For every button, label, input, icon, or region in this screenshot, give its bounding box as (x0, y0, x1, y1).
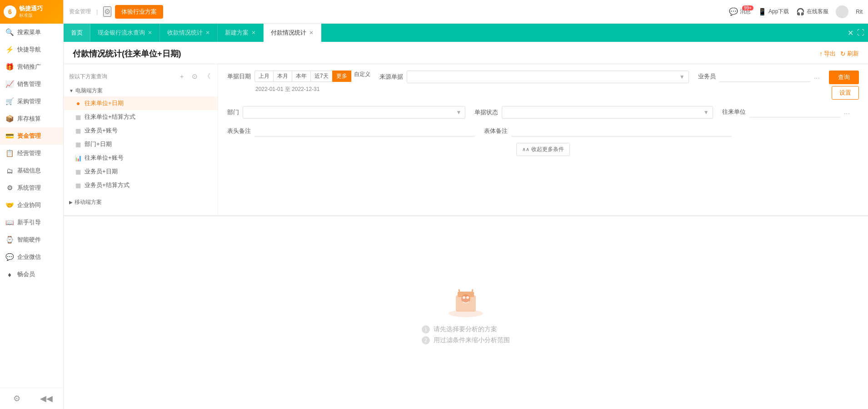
tab-payments[interactable]: 付款情况统计 ✕ (264, 24, 321, 42)
scheme-grid-icon-1: ▦ (75, 113, 82, 121)
topbar-settings-button[interactable]: ⚙ (103, 6, 111, 17)
sidebar-item-shortcuts[interactable]: ⚡ 快捷导航 (0, 41, 63, 58)
corp-icon: 🤝 (5, 201, 14, 209)
tab-home[interactable]: 首页 (64, 24, 90, 42)
query-button[interactable]: 查询 (829, 71, 859, 84)
header-note-input[interactable] (254, 125, 475, 136)
user-name[interactable]: Rit (856, 9, 863, 15)
sidebar-item-weixin[interactable]: 💬 企业微信 (0, 248, 63, 266)
message-badge: 99+ (742, 5, 753, 10)
collapse-sidebar-button[interactable]: 《 (202, 71, 212, 81)
sidebar-item-inventory[interactable]: 📦 库存核算 (0, 110, 63, 127)
this-year-button[interactable]: 本年 (292, 71, 311, 82)
chevron-right-icon: ▶ (69, 200, 73, 205)
search-icon: 🔍 (5, 28, 14, 36)
tab-bank[interactable]: 现金银行流水查询 ✕ (90, 24, 160, 42)
dept-field: 部门 ▼ (227, 106, 465, 119)
sidebar-item-basic[interactable]: 🗂 基础信息 (0, 162, 63, 179)
scheme-item-salesman-date[interactable]: ▦ 业务员+日期 (64, 165, 218, 178)
tab-payments-close-icon[interactable]: ✕ (309, 30, 314, 36)
last-month-button[interactable]: 上月 (254, 71, 274, 82)
chevron-up-icon: ∧∧ (522, 146, 529, 152)
dept-select[interactable]: ▼ (243, 106, 465, 119)
scheme-settings-button[interactable]: ⊙ (190, 71, 200, 81)
filter-row-2: 部门 ▼ 单据状态 ▼ 往来单位 (227, 106, 859, 119)
partner-input[interactable] (749, 106, 840, 117)
topbar-service-button[interactable]: 🎧 在线客服 (796, 8, 828, 16)
main-area: 资金管理 | ⚙ 体验行业方案 💬 消息 99+ 📱 App下载 🎧 在线客服 … (64, 0, 868, 409)
ops-icon: 📋 (5, 149, 14, 157)
sidebar-item-corp[interactable]: 🤝 企业协同 (0, 197, 63, 214)
sidebar-item-system[interactable]: ⚙ 系统管理 (0, 179, 63, 197)
last-7-days-button[interactable]: 近7天 (310, 71, 333, 82)
breadcrumb-text: 资金管理 (69, 8, 91, 15)
desktop-scheme-title[interactable]: ▼ 电脑端方案 (64, 85, 218, 96)
tab-bank-close-icon[interactable]: ✕ (148, 30, 152, 36)
source-select[interactable]: ▼ (407, 71, 689, 83)
sidebar-collapse-button[interactable]: ◀◀ (34, 392, 60, 405)
scheme-item-unit-date[interactable]: ● 往来单位+日期 (64, 96, 218, 110)
filter-actions: 查询 设置 (829, 71, 859, 100)
scheme-item-unit-account[interactable]: 📊 往来单位+账号 (64, 151, 218, 165)
partner-dots[interactable]: ... (844, 108, 850, 116)
more-date-button[interactable]: 更多 (332, 71, 351, 82)
sidebar: 6 畅捷通巧 标准版 🔍 搜索菜单 ⚡ 快捷导航 🎁 营销推广 📈 销售管理 🛒… (0, 0, 64, 409)
sidebar-item-member[interactable]: ♦ 畅会员 (0, 266, 63, 283)
sidebar-item-finance[interactable]: 💳 资金管理 (0, 127, 63, 145)
plus-icon: + (180, 73, 184, 80)
sidebar-item-marketing[interactable]: 🎁 营销推广 (0, 58, 63, 76)
breadcrumb: 资金管理 (69, 8, 91, 15)
sidebar-settings-button[interactable]: ⚙ (4, 392, 30, 405)
trial-button[interactable]: 体验行业方案 (115, 5, 163, 19)
empty-step-1: 1 请先选择要分析的方案 (422, 325, 497, 333)
status-label: 单据状态 (474, 108, 498, 116)
collapse-left-icon: 《 (204, 72, 210, 81)
sidebar-item-purchase[interactable]: 🛒 采购管理 (0, 93, 63, 110)
body-note-input[interactable] (511, 125, 732, 136)
sidebar-item-search[interactable]: 🔍 搜索菜单 (0, 24, 63, 41)
tab-receipts[interactable]: 收款情况统计 ✕ (160, 24, 218, 42)
filter-form: 单据日期 上月 本月 本年 近7天 更多 自定义 2022-01-01 至 20… (218, 64, 868, 215)
collapse-conditions-button[interactable]: ∧∧ 收起更多条件 (516, 143, 570, 156)
this-month-button[interactable]: 本月 (273, 71, 292, 82)
add-scheme-button[interactable]: + (177, 71, 187, 81)
avatar[interactable] (836, 5, 848, 18)
scheme-item-unit-settle[interactable]: ▦ 往来单位+结算方式 (64, 110, 218, 124)
filter-row-1: 单据日期 上月 本月 本年 近7天 更多 自定义 2022-01-01 至 20… (227, 71, 859, 100)
salesman-dots[interactable]: ... (814, 72, 820, 81)
scheme-item-salesman-account[interactable]: ▦ 业务员+账号 (64, 124, 218, 137)
guide-icon: 📖 (5, 218, 14, 227)
salesman-field: 业务员 ... (698, 71, 820, 82)
refresh-button[interactable]: ↻ 刷新 (840, 50, 859, 58)
sidebar-item-sales[interactable]: 📈 销售管理 (0, 76, 63, 93)
salesman-input[interactable] (719, 71, 810, 82)
app-icon: 📱 (758, 8, 767, 16)
scheme-item-salesman-settle[interactable]: ▦ 业务员+结算方式 (64, 178, 218, 192)
tab-new-scheme-close-icon[interactable]: ✕ (251, 30, 256, 36)
scheme-item-dept-date[interactable]: ▦ 部门+日期 (64, 137, 218, 151)
sidebar-nav: 🔍 搜索菜单 ⚡ 快捷导航 🎁 营销推广 📈 销售管理 🛒 采购管理 📦 库存核… (0, 24, 63, 388)
close-all-tabs-button[interactable]: ✕ (848, 29, 853, 37)
mobile-scheme-title[interactable]: ▶ 移动端方案 (64, 196, 218, 209)
tab-receipts-close-icon[interactable]: ✕ (205, 30, 210, 36)
sidebar-item-guide[interactable]: 📖 新手引导 (0, 214, 63, 231)
content-area: 付款情况统计(往来单位+日期) ↑ 导出 ↻ 刷新 按以下方案查询 (64, 42, 868, 409)
gift-icon: 🎁 (5, 63, 14, 71)
desktop-scheme-section: ▼ 电脑端方案 ● 往来单位+日期 ▦ 往来单位+结算方式 ▦ 业务员+账号 (64, 83, 218, 194)
source-select-arrow: ▼ (679, 74, 685, 80)
topbar-app-download-button[interactable]: 📱 App下载 (758, 8, 789, 16)
filter-row-3: 表头备注 表体备注 (227, 125, 859, 136)
status-select[interactable]: ▼ (502, 106, 713, 119)
sidebar-item-hardware[interactable]: ⌚ 智能硬件 (0, 231, 63, 248)
inventory-icon: 📦 (5, 115, 14, 123)
expand-window-button[interactable]: ⛶ (857, 29, 864, 37)
filter-settings-button[interactable]: 设置 (832, 86, 859, 100)
empty-step-2: 2 用过滤条件来缩小分析范围 (422, 336, 510, 344)
export-button[interactable]: ↑ 导出 (819, 50, 836, 58)
tab-new-scheme[interactable]: 新建方案 ✕ (218, 24, 264, 42)
scheme-grid-icon-6: ▦ (75, 182, 82, 189)
sidebar-item-ops[interactable]: 📋 经营管理 (0, 145, 63, 162)
weixin-icon: 💬 (5, 253, 14, 261)
svg-point-5 (466, 296, 469, 299)
topbar-message-button[interactable]: 💬 消息 99+ (729, 7, 751, 16)
